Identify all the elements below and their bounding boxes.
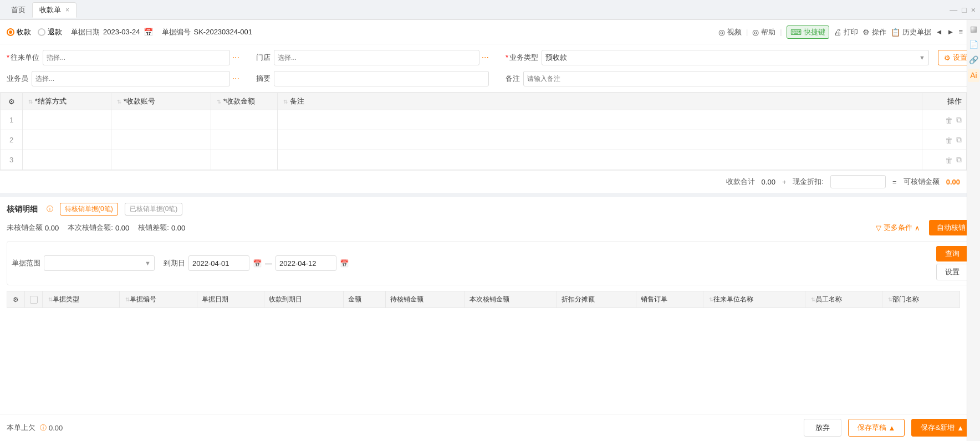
settings-label: 设置 [953,53,967,63]
close-icon[interactable]: × [65,6,69,14]
window-controls: — □ × [950,6,976,14]
counterparty-more-icon[interactable]: ··· [232,53,239,62]
abstract-input[interactable] [274,71,489,86]
sidebar-table-icon[interactable]: ▦ [970,22,977,35]
query-label: 查询 [945,249,959,258]
doc-scope-select[interactable]: ▼ [44,255,155,271]
settlement-cell-3[interactable] [23,150,111,170]
receipt-account-label: *收款账号 [124,97,155,105]
settlement-cell-2[interactable] [23,130,111,150]
biz-type-select[interactable]: 预收款 ▼ [542,50,929,65]
discard-button[interactable]: 放弃 [804,419,841,437]
discount-label: 现金折扣: [793,177,824,187]
shop-more-icon[interactable]: ··· [482,53,489,62]
total-label: 收款合计 [726,177,755,187]
date-from-input[interactable] [188,255,249,271]
amount-cell-3[interactable] [211,150,278,170]
save-draft-button[interactable]: 保存草稿 ▲ [848,419,905,437]
row-num-2: 2 [1,130,23,150]
remarks-input[interactable] [523,71,973,86]
more-conditions-label: 更多条件 [884,223,912,233]
prev-btn[interactable]: ◄ [936,28,943,36]
minimize-icon[interactable]: — [950,6,957,14]
remark-cell-2[interactable] [278,130,922,150]
shop-input[interactable] [274,50,479,65]
remarks-field: 备注 [506,71,973,86]
radio-receipt[interactable]: 收款 [7,27,31,37]
sidebar-doc-icon[interactable]: 📄 [969,38,978,51]
help-btn[interactable]: ◎ 帮助 [752,27,775,37]
shortcut-btn[interactable]: ⌨ 快捷键 [787,25,829,39]
date-to-input[interactable] [275,255,336,271]
account-cell-1[interactable] [111,110,211,130]
footer-info: 本单上欠 ⓘ 0.00 [7,423,63,433]
select-all-checkbox[interactable] [30,296,38,304]
toolbar: 收款 退款 单据日期 2023-03-24 📅 单据编号 SK-20230324… [0,20,980,44]
date-field: 单据日期 2023-03-24 📅 [71,27,153,37]
pending-verify-btn[interactable]: 待核销单据(0笔) [60,203,118,216]
operations-btn[interactable]: ⚙ 操作 [862,27,886,37]
stats-row: 未核销金额 0.00 本次核销金额: 0.00 核销差额: 0.00 ▽ 更多条… [7,220,973,235]
form-row-2: 业务员 ··· 摘要 备注 [7,71,973,86]
info-icon[interactable]: ⓘ [47,204,53,214]
save-new-button[interactable]: 保存&新增 ▲ [911,419,973,437]
counterparty-input[interactable] [43,50,230,65]
sidebar-ai-icon[interactable]: Ai [968,69,979,82]
filter-settings-btn[interactable]: 设置 [936,264,968,280]
copy-row-1-icon[interactable]: ⧉ [956,115,962,125]
doc-number-header: ⇅单据编号 [120,291,197,308]
remark-cell-1[interactable] [278,110,922,130]
bottom-checkbox-header[interactable] [25,291,43,308]
history-btn[interactable]: 📋 历史单据 [891,27,931,37]
right-sidebar: ▦ 📄 🔗 Ai [967,20,980,441]
remarks-label: 备注 [506,74,520,84]
bottom-settings-header[interactable]: ⚙ [7,291,25,308]
table-settings-header[interactable]: ⚙ [1,93,23,110]
row-num-1: 1 [1,110,23,130]
copy-row-2-icon[interactable]: ⧉ [956,135,962,145]
sidebar-link-icon[interactable]: 🔗 [969,53,978,66]
account-cell-3[interactable] [111,150,211,170]
more-conditions-btn[interactable]: ▽ 更多条件 ∧ [876,223,920,233]
close-window-icon[interactable]: × [971,6,976,14]
discount-input[interactable] [830,175,886,188]
date-label: 单据日期 [71,27,100,37]
calendar-icon[interactable]: 📅 [144,28,153,37]
account-cell-2[interactable] [111,130,211,150]
operations-label: 操作 [872,27,886,37]
amount-cell-1[interactable] [211,110,278,130]
calendar-from-icon[interactable]: 📅 [253,259,262,268]
footer-info-icon[interactable]: ⓘ [40,423,47,433]
settlement-cell-1[interactable] [23,110,111,130]
total-row: 收款合计 0.00 + 现金折扣: = 可核销金额 0.00 [0,170,967,193]
amount-header: 金额 [343,291,385,308]
receipt-amount-label: *收款金额 [223,97,255,105]
remark-cell-3[interactable] [278,150,922,170]
delete-row-1-icon[interactable]: 🗑 [945,116,953,125]
menu-btn[interactable]: ≡ [958,28,963,36]
date-value: 2023-03-24 [103,28,140,36]
copy-row-3-icon[interactable]: ⧉ [956,155,962,165]
shortcut-icon: ⌨ [790,28,802,37]
delete-row-3-icon[interactable]: 🗑 [945,156,953,165]
amount-cell-2[interactable] [211,130,278,150]
receipt-account-header: ⇅ *收款账号 [111,93,211,110]
salesman-input[interactable] [32,71,230,86]
tab-home[interactable]: 首页 [4,2,32,18]
verified-btn[interactable]: 已核销单据(0笔) [125,203,183,216]
save-draft-chevron: ▲ [889,424,896,432]
next-btn[interactable]: ► [947,28,955,36]
salesman-more-icon[interactable]: ··· [232,74,239,83]
delete-row-2-icon[interactable]: 🗑 [945,136,953,145]
radio-refund[interactable]: 退款 [38,27,62,37]
print-btn[interactable]: 🖨 打印 [834,27,858,37]
query-btn[interactable]: 查询 [936,246,968,261]
table-row: 2 🗑 ⧉ [1,130,967,150]
current-verify-amount: 本次核销金额: 0.00 [68,223,129,233]
history-icon: 📋 [891,28,900,37]
calendar-to-icon[interactable]: 📅 [340,259,349,268]
video-btn[interactable]: ◎ 视频 [718,27,742,37]
maximize-icon[interactable]: □ [962,6,966,14]
tab-active[interactable]: 收款单 × [32,2,76,18]
table-area: ⚙ ⇅ *结算方式 ⇅ *收款账号 ⇅ *收款金额 ⇅ [0,93,967,170]
